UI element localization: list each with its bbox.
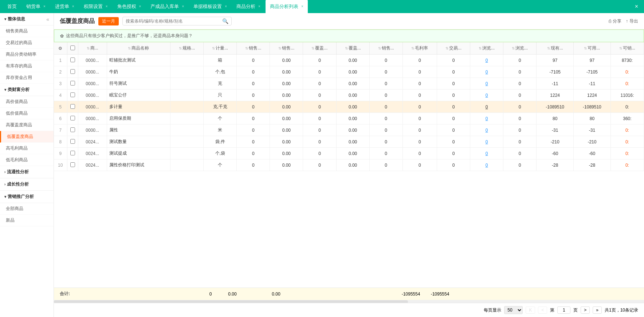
sort-icon[interactable]: ⇅ [311,46,314,50]
nav-close-icon[interactable]: × [182,0,184,13]
nav-product-analysis[interactable]: 商品分析× [232,0,265,13]
nav-permission-settings[interactable]: 权限设置× [79,0,112,13]
row-name[interactable]: 属性 [107,124,170,136]
col-browse1[interactable]: ⇅浏览... [470,42,503,55]
row-checkbox[interactable] [67,113,78,124]
nav-close-icon[interactable]: × [225,0,227,13]
nav-close-icon[interactable]: × [72,0,74,13]
row-name[interactable]: 牛奶 [107,66,170,78]
select-all-checkbox[interactable] [70,45,75,50]
col-checkbox[interactable] [67,42,78,55]
row-checkbox[interactable] [67,55,78,66]
col-unit[interactable]: ⇅计量... [204,42,237,55]
nav-template-settings[interactable]: 单据模板设置× [189,0,231,13]
close-all-tabs-button[interactable]: × [632,3,641,10]
col-saleable[interactable]: ⇅可销... [610,42,644,55]
per-page-select[interactable]: 50 10 20 100 [504,306,523,314]
col-cover1[interactable]: ⇅覆盖... [303,42,336,55]
sort-icon[interactable]: ⇅ [445,46,448,50]
sidebar-marketing-header[interactable]: ▾ 营销推广分析 [0,191,54,203]
row-name[interactable]: 旺辅批次测试 [107,55,170,66]
row-browse1[interactable]: 0 [470,101,503,113]
row-browse1[interactable]: 0 [470,136,503,148]
next-page-button[interactable]: > [581,306,590,314]
page-number-input[interactable] [557,306,570,314]
first-page-button[interactable]: K [526,306,535,314]
sidebar-item-high-coverage[interactable]: 高覆盖度商品 [0,119,54,131]
col-browse2[interactable]: ⇅浏览... [503,42,537,55]
sidebar-overall-header[interactable]: ▾ 整体信息 « [0,13,54,25]
sidebar-sku-analysis-header[interactable]: ▾ 类财富分析 [0,84,54,96]
sort-icon[interactable]: ⇅ [547,46,550,50]
export-button[interactable]: ↑ 导出 [626,18,638,24]
col-spec[interactable]: ⇅规格... [170,42,204,55]
nav-close-icon[interactable]: × [258,0,260,13]
nav-close-icon[interactable]: × [43,0,46,13]
row-checkbox[interactable] [67,159,78,171]
sidebar-item-new-goods[interactable]: 新品 [0,215,54,226]
sort-icon[interactable]: ⇅ [619,46,622,50]
time-filter-button[interactable]: 近一月 [98,17,119,25]
col-cover2[interactable]: ⇅覆盖... [336,42,369,55]
sort-icon[interactable]: ⇅ [345,46,348,50]
col-sales-amt[interactable]: ⇅销售... [270,42,303,55]
row-name[interactable]: 多计量 [107,101,170,113]
sort-icon[interactable]: ⇅ [512,46,515,50]
nav-purchase-order[interactable]: 进货单× [51,0,79,13]
row-name[interactable]: 启用保质期 [107,113,170,124]
sidebar-item-high-value[interactable]: 高价值商品 [0,96,54,108]
sort-icon[interactable]: ⇅ [411,46,414,50]
row-checkbox[interactable] [67,78,78,90]
row-browse1[interactable]: 0 [470,113,503,124]
col-trans[interactable]: ⇅交易... [437,42,470,55]
nav-product-analysis-list[interactable]: 商品分析列表× [266,0,308,13]
col-sales-qty[interactable]: ⇅销售... [237,42,270,55]
col-current[interactable]: ⇅现有... [537,42,574,55]
prev-page-button[interactable]: < [538,306,547,314]
col-sales3[interactable]: ⇅销售... [369,42,402,55]
sidebar-item-inventory-capital[interactable]: 库存资金占用 [0,72,54,84]
sidebar-item-low-coverage[interactable]: 低覆盖度商品 [0,131,54,143]
row-browse1[interactable]: 0 [470,78,503,90]
col-available[interactable]: ⇅可用... [574,42,611,55]
col-settings[interactable]: ⚙ [54,42,67,55]
sidebar-growth-header[interactable]: › 成长性分析 [0,178,54,191]
nav-close-icon[interactable]: × [106,0,108,13]
sort-icon[interactable]: ⇅ [584,46,587,50]
share-button[interactable]: ⎙ 分享 [609,18,621,24]
sidebar-item-category-turnover[interactable]: 商品分类动销率 [0,49,54,60]
sort-icon[interactable]: ⇅ [128,46,131,50]
nav-sales-order[interactable]: 销货单× [22,0,50,13]
sidebar-item-stocked-goods[interactable]: 有库存的商品 [0,60,54,72]
row-checkbox[interactable] [67,136,78,148]
row-name[interactable]: 测试提成 [107,148,170,159]
row-browse1[interactable]: 0 [470,90,503,101]
sidebar-item-low-margin[interactable]: 低毛利商品 [0,154,54,166]
nav-close-icon[interactable]: × [139,0,141,13]
sidebar-item-sales-goods[interactable]: 销售类商品 [0,25,54,37]
col-code[interactable]: ⇅商... [78,42,107,55]
nav-finished-goods[interactable]: 产成品入库单× [146,0,188,13]
sidebar-item-low-value[interactable]: 低价值商品 [0,108,54,119]
sidebar-item-all-goods[interactable]: 全部商品 [0,203,54,215]
sort-icon[interactable]: ⇅ [212,46,215,50]
row-name[interactable]: 符号测试 [107,78,170,90]
search-input[interactable] [126,19,222,24]
nav-role-auth[interactable]: 角色授权× [113,0,146,13]
sidebar-flow-header[interactable]: › 流通性分析 [0,166,54,178]
last-page-button[interactable]: » [593,306,602,314]
sort-icon[interactable]: ⇅ [245,46,248,50]
row-name[interactable]: 属性价格打印测试 [107,159,170,171]
row-name[interactable]: 测试数量 [107,136,170,148]
col-gross-rate[interactable]: ⇅毛利率 [402,42,437,55]
sort-icon[interactable]: ⇅ [87,46,90,50]
sort-icon[interactable]: ⇅ [479,46,482,50]
row-browse1[interactable]: 0 [470,55,503,66]
row-browse1[interactable]: 0 [470,148,503,159]
sort-icon[interactable]: ⇅ [378,46,381,50]
row-name[interactable]: 眠宝公仔 [107,90,170,101]
row-checkbox[interactable] [67,90,78,101]
nav-home[interactable]: 首页 [3,0,21,13]
row-checkbox[interactable] [67,101,78,113]
row-checkbox[interactable] [67,124,78,136]
